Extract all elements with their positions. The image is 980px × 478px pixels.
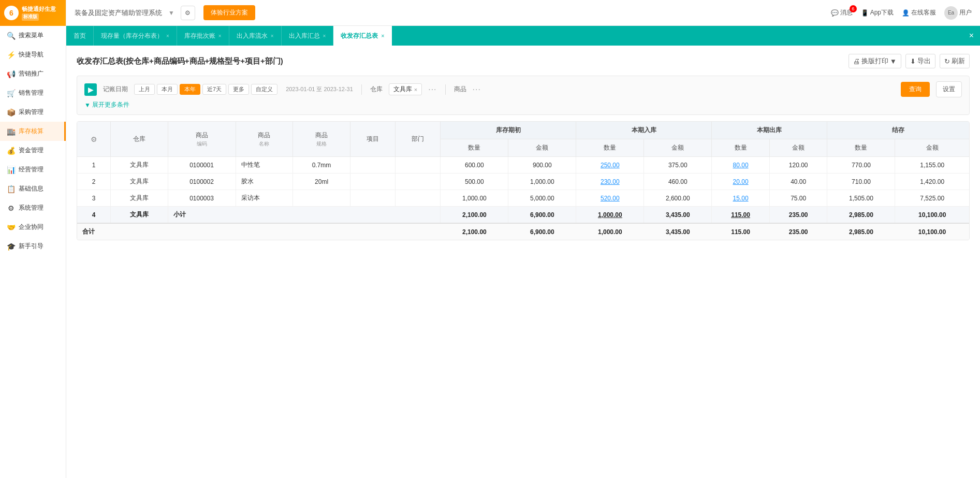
row-close-qty: 1,505.00	[827, 190, 895, 207]
tab-close-inout-flow[interactable]: ×	[271, 33, 274, 39]
sidebar-item-finance[interactable]: 💰资金管理	[0, 141, 66, 160]
row-spec: 20ml	[292, 173, 350, 190]
footer-opening-amt: 6,900.00	[508, 223, 576, 240]
date-btn-本年[interactable]: 本年	[180, 84, 200, 95]
finance-icon: 💰	[6, 147, 16, 155]
sidebar-item-label: 库存核算	[19, 127, 43, 136]
sidebar-item-system[interactable]: ⚙系统管理	[0, 198, 66, 218]
top-actions: ⚙ 体验行业方案	[181, 5, 255, 20]
row-name: 中性笔	[236, 157, 292, 173]
tab-label-recv-send: 收发存汇总表	[341, 32, 378, 40]
tab-close-batch[interactable]: ×	[218, 33, 222, 39]
online-service-link[interactable]: 👤 在线客服	[902, 8, 936, 17]
system-icon: ⚙	[6, 204, 16, 212]
sidebar-item-newbie[interactable]: 🎓新手引导	[0, 237, 66, 256]
row-in-qty[interactable]: 250.00	[576, 157, 644, 173]
notification-button[interactable]: 💬 消息 6	[831, 8, 853, 17]
row-code: 0100003	[168, 190, 236, 207]
row-out-qty[interactable]: 20.00	[712, 173, 770, 190]
row-code: 0100001	[168, 157, 236, 173]
row-code: 0100002	[168, 173, 236, 190]
trial-button[interactable]: 体验行业方案	[203, 5, 255, 20]
sub-label: 小计	[168, 207, 441, 224]
tab-home[interactable]: 首页	[66, 26, 94, 46]
row-out-qty[interactable]: 80.00	[712, 157, 770, 173]
expand-conditions-button[interactable]: ▼ 展开更多条件	[84, 100, 962, 109]
filter-collapse-button[interactable]: ▶	[84, 83, 97, 96]
row-in-qty[interactable]: 520.00	[576, 190, 644, 207]
sidebar-item-search[interactable]: 🔍搜索菜单	[0, 26, 66, 45]
tab-close-inout-summary[interactable]: ×	[323, 33, 326, 39]
date-btn-自定义[interactable]: 自定义	[251, 84, 277, 95]
system-dropdown[interactable]: ▼	[168, 9, 174, 17]
date-btn-近7天[interactable]: 近7天	[202, 84, 226, 95]
th-settings[interactable]: ⚙	[77, 122, 111, 157]
row-out-amt: 120.00	[769, 157, 827, 173]
tab-stock-dist[interactable]: 现存量（库存分布表）×	[94, 26, 177, 46]
newbie-icon: 🎓	[6, 242, 16, 251]
row-warehouse: 文具库	[111, 173, 168, 190]
row-warehouse: 文具库	[111, 157, 168, 173]
refresh-icon: ↻	[944, 57, 950, 65]
sidebar-item-marketing[interactable]: 📢营销推广	[0, 64, 66, 83]
tab-inout-summary[interactable]: 出入库汇总×	[282, 26, 334, 46]
row-in-amt: 460.00	[644, 173, 712, 190]
query-button[interactable]: 查询	[901, 82, 930, 97]
print-dropdown-icon: ▼	[890, 57, 897, 65]
th-opening-stock: 库存期初	[441, 122, 576, 139]
app-logo: 6 畅捷通好生意 标准版	[0, 0, 66, 26]
setting-button[interactable]: 设置	[936, 81, 962, 97]
sidebar-item-sales[interactable]: 🛒销售管理	[0, 83, 66, 103]
date-buttons: 上月本月本年近7天更多自定义	[134, 84, 277, 95]
tab-close-recv-send[interactable]: ×	[381, 33, 384, 39]
export-button[interactable]: ⬇ 导出	[905, 54, 935, 68]
table-footer-row: 合计 2,100.00 6,900.00 1,000.00 3,435.00 1…	[77, 223, 969, 240]
sidebar-item-label: 经营管理	[19, 165, 43, 174]
print-button[interactable]: 🖨 换版打印 ▼	[849, 54, 901, 68]
user-menu[interactable]: Ea 用户	[944, 6, 972, 20]
tab-close-stock-dist[interactable]: ×	[166, 33, 169, 39]
footer-close-qty: 2,985.00	[827, 223, 895, 240]
tab-batch[interactable]: 库存批次账×	[177, 26, 229, 46]
row-opening-qty: 600.00	[441, 157, 508, 173]
header-right: 💬 消息 6 📱 App下载 👤 在线客服 Ea 用户	[831, 6, 972, 20]
inventory-icon: 🏬	[6, 127, 16, 136]
row-out-qty[interactable]: 15.00	[712, 190, 770, 207]
date-btn-本月[interactable]: 本月	[157, 84, 178, 95]
sidebar-item-operation[interactable]: 📊经营管理	[0, 160, 66, 179]
date-btn-更多[interactable]: 更多	[228, 84, 249, 95]
refresh-button[interactable]: ↻ 刷新	[940, 54, 970, 68]
row-in-qty[interactable]: 230.00	[576, 173, 644, 190]
row-spec	[292, 190, 350, 207]
sidebar-item-purchase[interactable]: 📦采购管理	[0, 103, 66, 122]
sidebar-item-label: 营销推广	[19, 69, 43, 78]
table-row: 3 文具库 0100003 采访本 1,000.00 5,000.00 520.…	[77, 190, 969, 207]
sidebar-item-inventory[interactable]: 🏬库存核算	[0, 122, 66, 141]
th-in-amt: 金额	[644, 139, 712, 157]
row-opening-amt: 5,000.00	[508, 190, 576, 207]
page-title-row: 收发存汇总表(按仓库+商品编码+商品+规格型号+项目+部门) 🖨 换版打印 ▼ …	[77, 54, 970, 68]
close-all-tabs-button[interactable]: ×	[963, 31, 980, 40]
sub-out-qty[interactable]: 115.00	[712, 207, 770, 224]
tab-recv-send[interactable]: 收发存汇总表×	[333, 26, 392, 46]
tab-inout-flow[interactable]: 出入库流水×	[229, 26, 282, 46]
sub-no: 4	[77, 207, 111, 224]
row-opening-amt: 900.00	[508, 157, 576, 173]
search-icon: 🔍	[6, 32, 16, 40]
sidebar-item-enterprise[interactable]: 🤝企业协同	[0, 218, 66, 237]
warehouse-more[interactable]: ···	[428, 85, 436, 94]
app-download-link[interactable]: 📱 App下载	[861, 8, 894, 17]
warehouse-tag-close[interactable]: ×	[414, 86, 417, 93]
date-label: 记账日期	[103, 85, 128, 94]
row-out-amt: 40.00	[769, 173, 827, 190]
quicknav-icon: ⚡	[6, 51, 16, 59]
gear-button[interactable]: ⚙	[181, 6, 195, 20]
goods-more[interactable]: ···	[473, 85, 481, 94]
sidebar-item-label: 资金管理	[19, 146, 43, 155]
sidebar-item-quicknav[interactable]: ⚡快捷导航	[0, 45, 66, 64]
row-name: 胶水	[236, 173, 292, 190]
date-btn-上月[interactable]: 上月	[134, 84, 155, 95]
row-close-qty: 710.00	[827, 173, 895, 190]
sub-in-qty[interactable]: 1,000.00	[576, 207, 644, 224]
sidebar-item-basic[interactable]: 📋基础信息	[0, 179, 66, 198]
